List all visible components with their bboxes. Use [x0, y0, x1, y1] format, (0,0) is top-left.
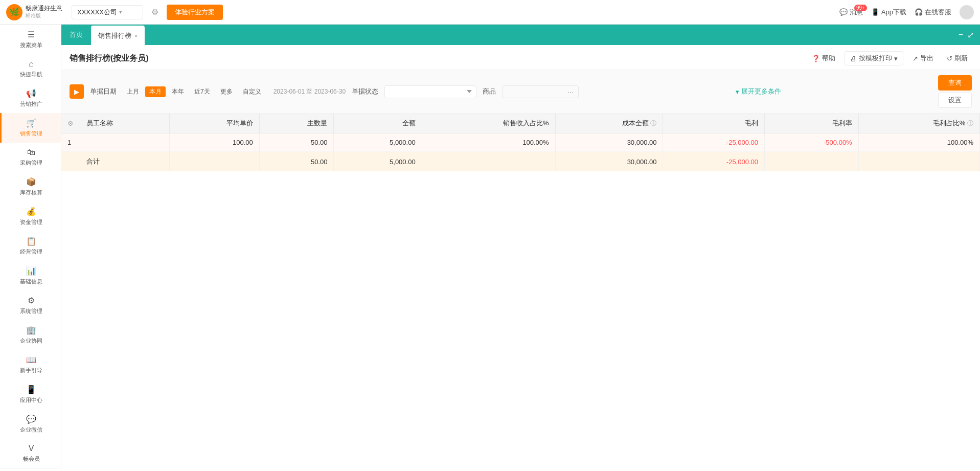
enterprise-icon: 🏢 [26, 325, 36, 335]
settings-button[interactable]: 设置 [938, 93, 972, 108]
sidebar-item-label: 系统管理 [20, 307, 42, 315]
date-option-this-month[interactable]: 本月 [145, 86, 166, 97]
gross-pct-info-icon[interactable]: ⓘ [967, 120, 973, 127]
sidebar-item-app-center[interactable]: 📱 应用中心 [0, 379, 61, 409]
app-download-label: App下载 [881, 8, 906, 17]
sidebar-item-finance[interactable]: 💰 资金管理 [0, 201, 61, 231]
avatar[interactable] [960, 5, 974, 19]
sidebar-item-quick-nav[interactable]: ⌂ 快捷导航 [0, 54, 61, 83]
page-header: 销售排行榜(按业务员) ❓ 帮助 🖨 按模板打印 ▾ ↗ 导出 [61, 45, 980, 70]
status-select[interactable] [384, 85, 476, 98]
message-btn[interactable]: 💬 消息 99+ [839, 8, 863, 17]
date-option-7days[interactable]: 近7天 [190, 86, 214, 97]
sales-ranking-table: ⚙ 员工名称 平均单价 主数量 全额 [61, 114, 980, 171]
sidebar-item-sales[interactable]: 🛒 销售管理 [0, 113, 61, 143]
app-download-btn[interactable]: 📱 App下载 [871, 8, 906, 17]
sidebar-item-label: 企业协同 [20, 337, 42, 345]
trial-button[interactable]: 体验行业方案 [167, 5, 223, 20]
sidebar-item-label: 经营管理 [20, 248, 42, 256]
tab-maximize-icon[interactable]: ⤢ [967, 30, 974, 40]
sidebar-item-label: 基础信息 [20, 278, 42, 285]
logo-area: 🌿 畅康通好生意 标准版 [6, 4, 67, 20]
marketing-icon: 📢 [26, 88, 36, 98]
sidebar-item-system[interactable]: ⚙ 系统管理 [0, 290, 61, 320]
filter-toggle-btn[interactable]: ▶ [70, 84, 84, 99]
print-dropdown-icon: ▾ [894, 55, 898, 62]
sidebar-item-vip[interactable]: V 畅会员 [0, 439, 61, 468]
tab-sales-ranking[interactable]: 销售排行榜 × [91, 26, 145, 46]
app-name: 畅康通好生意 [26, 5, 62, 13]
footer-avg-price [170, 152, 259, 172]
tab-label: 销售排行榜 [98, 31, 131, 40]
col-avg-price: 平均单价 [170, 114, 259, 133]
sidebar-item-basic-info[interactable]: 📊 基础信息 [0, 261, 61, 290]
footer-gross-rate [765, 152, 859, 172]
expand-label: 展开更多条件 [741, 87, 781, 96]
table-footer-row: 合计 50.00 5,000.00 30,000.00 -25,000.00 [61, 152, 980, 172]
export-label: 导出 [920, 54, 933, 63]
purchase-icon: 🛍 [27, 148, 35, 157]
sidebar-item-operations[interactable]: 📋 经营管理 [0, 231, 61, 261]
sidebar-item-inventory[interactable]: 📦 库存核算 [0, 172, 61, 201]
search-icon: ☰ [28, 30, 35, 39]
date-option-more[interactable]: 更多 [216, 86, 237, 97]
main-layout: ☰ 搜索菜单 ⌂ 快捷导航 📢 营销推广 🛒 销售管理 🛍 采购管理 📦 库存核… [0, 25, 980, 471]
top-right-area: 💬 消息 99+ 📱 App下载 🎧 在线客服 [839, 5, 974, 19]
sidebar-item-purchase[interactable]: 🛍 采购管理 [0, 143, 61, 172]
date-option-last-month[interactable]: 上月 [123, 86, 143, 97]
tab-home[interactable]: 首页 [61, 25, 91, 45]
footer-label: 合计 [80, 152, 170, 172]
settings-icon[interactable]: ⚙ [147, 5, 163, 19]
table-row: 1 100.00 50.00 5,000.00 100.00% 30,000.0… [61, 133, 980, 152]
refresh-button[interactable]: ↺ 刷新 [943, 52, 972, 65]
help-button[interactable]: ❓ 帮助 [808, 52, 839, 65]
wechat-icon: 💬 [26, 414, 36, 424]
export-icon: ↗ [913, 55, 918, 62]
goods-label: 商品 [483, 87, 496, 96]
col-settings: ⚙ [61, 114, 80, 133]
sidebar-item-label: 销售管理 [20, 130, 42, 138]
goods-input[interactable]: ··· [502, 85, 579, 98]
page-actions: ❓ 帮助 🖨 按模板打印 ▾ ↗ 导出 ↺ 刷新 [808, 51, 972, 65]
footer-amount: 5,000.00 [334, 152, 422, 172]
sidebar-bottom: ⚙ ◀ [0, 468, 61, 471]
basic-info-icon: 📊 [26, 266, 36, 276]
col-gross-pct: 毛利占比% ⓘ [858, 114, 979, 133]
sidebar-item-search-orders[interactable]: ☰ 搜索菜单 [0, 25, 61, 54]
ellipsis-icon[interactable]: ··· [567, 88, 573, 96]
footer-sales-pct [422, 152, 555, 172]
sidebar-item-label: 采购管理 [20, 159, 42, 167]
filter-area: ▶ 单据日期 上月 本月 本年 近7天 更多 自定义 2023-06-01 至 … [61, 70, 980, 114]
company-selector[interactable]: XXXXXX公司 ▾ [72, 5, 143, 19]
tab-minimize-icon[interactable]: − [959, 30, 963, 39]
expand-more-btn[interactable]: ▾ 展开更多条件 [736, 87, 781, 96]
sidebar-item-label: 新手引导 [20, 367, 42, 374]
help-icon: ❓ [812, 55, 820, 62]
headset-icon: 🎧 [915, 8, 923, 16]
sidebar-item-newbie[interactable]: 📖 新手引导 [0, 350, 61, 379]
tab-close-icon[interactable]: × [134, 33, 138, 39]
col-gross-rate: 毛利率 [765, 114, 859, 133]
query-button[interactable]: 查询 [938, 75, 972, 91]
export-button[interactable]: ↗ 导出 [908, 52, 938, 65]
cell-gross-rate: -500.00% [765, 133, 859, 152]
message-badge: 99+ [854, 5, 867, 11]
cell-cost: 30,000.00 [555, 133, 663, 152]
sidebar-item-marketing[interactable]: 📢 营销推广 [0, 83, 61, 113]
print-button[interactable]: 🖨 按模板打印 ▾ [845, 51, 903, 65]
col-sales-pct: 销售收入占比% [422, 114, 555, 133]
cost-info-icon[interactable]: ⓘ [650, 120, 656, 127]
col-qty: 主数量 [259, 114, 334, 133]
sidebar-item-enterprise[interactable]: 🏢 企业协同 [0, 320, 61, 350]
date-option-this-year[interactable]: 本年 [168, 86, 188, 97]
online-service-btn[interactable]: 🎧 在线客服 [915, 8, 951, 17]
footer-cost: 30,000.00 [555, 152, 663, 172]
online-service-label: 在线客服 [925, 8, 951, 17]
app-version: 标准版 [26, 12, 62, 19]
query-settings-btns: 查询 设置 [938, 75, 972, 108]
date-option-custom[interactable]: 自定义 [239, 86, 265, 97]
sidebar-item-wechat[interactable]: 💬 企业微信 [0, 409, 61, 439]
help-label: 帮助 [822, 54, 835, 63]
table-wrap: ⚙ 员工名称 平均单价 主数量 全额 [61, 114, 980, 471]
col-gross: 毛利 [663, 114, 765, 133]
